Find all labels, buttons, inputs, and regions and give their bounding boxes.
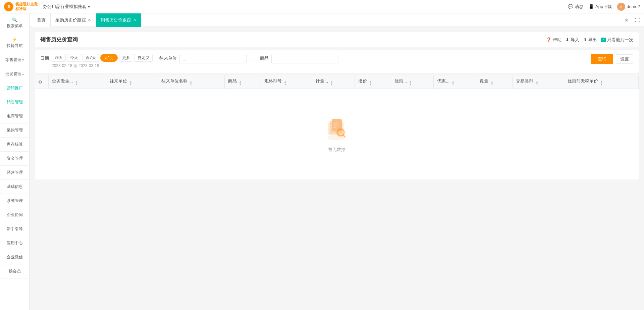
sidebar-item-ecommerce[interactable]: 电商管理 [0, 109, 29, 123]
message-btn[interactable]: 💬 消息 [568, 4, 583, 10]
sidebar-item-wholesale[interactable]: 批发管理 ▴ [0, 67, 29, 81]
sort-icon: ▲▼ [129, 81, 132, 86]
maximize-btn[interactable]: ⛶ [633, 16, 641, 24]
filter-dates: 昨天 今天 近7天 近1月 更多 自定义 2023-02-18 至 2023-0… [52, 54, 153, 69]
sidebar-item-search[interactable]: 🔍 搜索菜单 [0, 13, 29, 33]
date-btn-7days[interactable]: 近7天 [83, 54, 99, 62]
th-pretax-price[interactable]: 优惠前无税单价 ▲▼ [564, 75, 638, 89]
sort-icon: ▲▼ [190, 81, 192, 86]
main-layout: 🔍 搜索菜单 ⚡ 快捷导航 零售管理 ▾ 批发管理 ▴ 营销推广 销售管理 电商… [0, 13, 644, 310]
user-menu[interactable]: d demo2 [617, 3, 640, 11]
sidebar-item-inventory[interactable]: 库存核算 [0, 138, 29, 152]
import-icon: ⬇ [566, 37, 569, 42]
sidebar-item-retail[interactable]: 零售管理 ▾ [0, 53, 29, 67]
th-trade-type[interactable]: 交易类型 ▲▼ [513, 75, 564, 89]
th-discount2[interactable]: 优惠... ▲▼ [434, 75, 476, 89]
date-buttons: 昨天 今天 近7天 近1月 更多 自定义 [52, 54, 153, 62]
sidebar-item-system[interactable]: 系统管理 [0, 194, 29, 208]
search-icon: 🔍 [12, 17, 17, 22]
sidebar-item-shortcut[interactable]: ⚡ 快捷导航 [0, 33, 29, 53]
chevron-up-icon: ▴ [22, 72, 24, 76]
th-discount1[interactable]: 优惠... ▲▼ [391, 75, 434, 89]
table-body: 暂无数据 [35, 89, 639, 180]
top-bar-right: 💬 消息 📱 App下载 d demo2 [568, 3, 640, 11]
sidebar: 🔍 搜索菜单 ⚡ 快捷导航 零售管理 ▾ 批发管理 ▴ 营销推广 销售管理 电商… [0, 13, 30, 310]
empty-state: 暂无数据 [35, 89, 639, 179]
sort-icon: ▲▼ [284, 81, 286, 86]
goods-filter-group: 商品 ... [260, 54, 345, 63]
th-spec[interactable]: 规格型号 ▲▼ [261, 75, 312, 89]
date-btn-custom[interactable]: 自定义 [135, 54, 153, 62]
date-range-display: 2023-02-18 至 2023-03-18 [52, 63, 153, 69]
date-filter-group: 日期 昨天 今天 近7天 近1月 更多 自定义 2023-02-18 至 202… [40, 54, 153, 69]
sidebar-item-operations[interactable]: 经营管理 [0, 166, 29, 180]
app-selector[interactable]: 办公用品行业模拟账套 ▾ [40, 4, 93, 10]
sidebar-item-wechat[interactable]: 企业微信 [0, 250, 29, 264]
filter-actions: 查询 设置 [591, 54, 633, 64]
date-btn-more[interactable]: 更多 [119, 54, 133, 62]
tab-sales[interactable]: 销售历史价跟踪 ✕ [96, 13, 141, 27]
date-btn-today[interactable]: 今天 [67, 54, 81, 62]
table-container: ⚙ 业务发生... ▲▼ 往来单位 ▲▼ 往来单位名称 [35, 75, 639, 179]
th-biz-date[interactable]: 业务发生... ▲▼ [48, 75, 106, 89]
page-header-actions: ❓ 帮助 ⬇ 导入 ⬆ 导出 ✓ 只看最后一次 [546, 37, 633, 43]
empty-row: 暂无数据 [35, 89, 639, 180]
th-qty[interactable]: 数量 ▲▼ [476, 75, 513, 89]
tab-home[interactable]: 首页 [32, 13, 51, 27]
partner-picker-icon[interactable]: ... [249, 56, 253, 62]
page-content: 销售历史价查询 ❓ 帮助 ⬇ 导入 ⬆ 导出 ✓ [30, 27, 644, 310]
chevron-down-icon: ▾ [88, 4, 90, 9]
sidebar-item-guide[interactable]: 新手引导 [0, 222, 29, 236]
th-partner-code[interactable]: 往来单位 ▲▼ [106, 75, 158, 89]
tab-purchase[interactable]: 采购历史价跟踪 ✕ [51, 13, 96, 27]
goods-picker-icon[interactable]: ... [340, 56, 345, 62]
tab-actions: ✕ ⛶ [623, 16, 641, 24]
logo-text: 畅捷通好生意 标准版 [15, 2, 38, 11]
filter-bar: 日期 昨天 今天 近7天 近1月 更多 自定义 2023-02-18 至 202… [35, 50, 639, 73]
sort-icon: ▲▼ [491, 81, 493, 86]
export-btn[interactable]: ⬆ 导出 [583, 37, 597, 43]
top-bar-left: 6 畅捷通好生意 标准版 办公用品行业模拟账套 ▾ [4, 2, 93, 11]
help-btn[interactable]: ❓ 帮助 [546, 37, 561, 43]
sidebar-item-basic-info[interactable]: 基础信息 [0, 180, 29, 194]
avatar: d [617, 3, 625, 11]
th-quote[interactable]: 报价 ▲▼ [355, 75, 391, 89]
partner-input-group: ... [179, 54, 253, 63]
partner-input[interactable] [179, 54, 247, 63]
logo-icon: 6 [4, 2, 13, 11]
sort-icon: ▲▼ [75, 81, 78, 86]
th-unit[interactable]: 计量... ▲▼ [312, 75, 355, 89]
sidebar-item-sales-mgmt[interactable]: 销售管理 [0, 95, 29, 109]
query-button[interactable]: 查询 [591, 54, 613, 64]
sidebar-item-purchase-mgmt[interactable]: 采购管理 [0, 123, 29, 138]
goods-input-group: ... [271, 54, 345, 63]
chevron-down-icon: ▾ [22, 58, 24, 62]
sort-icon: ▲▼ [409, 81, 412, 86]
sidebar-item-apps[interactable]: 应用中心 [0, 236, 29, 250]
date-btn-1month[interactable]: 近1月 [100, 54, 118, 62]
only-last-toggle[interactable]: ✓ 只看最后一次 [601, 37, 633, 43]
sidebar-item-member[interactable]: 畅会员 [0, 264, 29, 278]
sort-icon: ▲▼ [330, 81, 333, 86]
export-icon: ⬆ [583, 37, 587, 42]
sidebar-item-finance[interactable]: 资金管理 [0, 152, 29, 166]
checkbox-icon: ✓ [601, 38, 606, 42]
setting-button[interactable]: 设置 [616, 54, 633, 64]
settings-icon[interactable]: ⚙ [38, 80, 42, 85]
date-btn-yesterday[interactable]: 昨天 [52, 54, 66, 62]
sidebar-item-marketing[interactable]: 营销推广 [0, 81, 29, 95]
sort-icon: ▲▼ [369, 81, 372, 86]
content-area: 首页 采购历史价跟踪 ✕ 销售历史价跟踪 ✕ ✕ ⛶ 销售历史价查询 [30, 13, 644, 310]
close-sales-tab-icon[interactable]: ✕ [133, 18, 136, 22]
th-goods[interactable]: 商品 ▲▼ [224, 75, 261, 89]
import-btn[interactable]: ⬇ 导入 [566, 37, 579, 43]
th-partner-name[interactable]: 往来单位名称 ▲▼ [158, 75, 224, 89]
sort-icon: ▲▼ [452, 81, 454, 86]
message-icon: 💬 [568, 4, 573, 9]
page-title: 销售历史价查询 [40, 36, 78, 43]
goods-input[interactable] [271, 54, 338, 63]
sidebar-item-enterprise[interactable]: 企业协同 [0, 208, 29, 222]
close-all-tabs-btn[interactable]: ✕ [623, 16, 631, 24]
app-download-btn[interactable]: 📱 App下载 [589, 4, 612, 10]
close-purchase-tab-icon[interactable]: ✕ [88, 18, 91, 22]
